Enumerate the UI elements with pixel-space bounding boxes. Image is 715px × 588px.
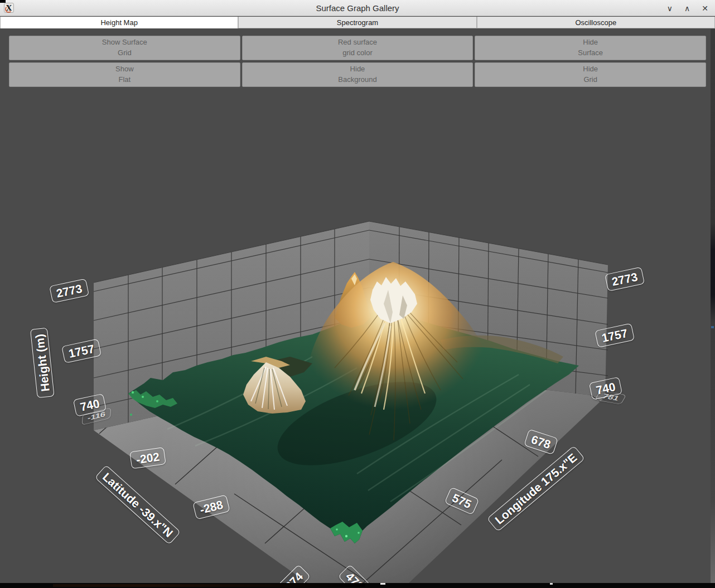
show-surface-grid-button[interactable]: Show Surface Grid	[9, 36, 240, 60]
screen-edge-strip	[711, 29, 715, 583]
bottom-screen-edge	[0, 583, 715, 588]
hide-surface-button[interactable]: Hide Surface	[475, 36, 706, 60]
edge-blue-mark	[711, 326, 714, 328]
window-corner-notch	[0, 0, 6, 3]
window-title: Surface Graph Gallery	[0, 3, 715, 13]
minimize-button[interactable]: ∨	[667, 4, 673, 12]
tab-spectrogram[interactable]: Spectrogram	[238, 17, 476, 28]
clipped-label-fragment	[380, 583, 385, 585]
app-window: -116 781 2773 1757 740 2773 1757 740 -20…	[0, 0, 715, 588]
toolbar: Show Surface Grid Red surface grid color…	[9, 36, 706, 87]
show-flat-button[interactable]: Show Flat	[9, 62, 240, 87]
hide-background-button[interactable]: Hide Background	[242, 62, 474, 87]
surface-plot-canvas	[0, 0, 715, 583]
close-button[interactable]: ✕	[702, 4, 708, 12]
clipped-label-fragment	[550, 583, 553, 585]
surface-3d-viewport[interactable]: -116 781 2773 1757 740 2773 1757 740 -20…	[0, 0, 715, 583]
tab-oscilloscope[interactable]: Oscilloscope	[477, 17, 715, 28]
hide-grid-button[interactable]: Hide Grid	[475, 62, 706, 87]
tab-height-map[interactable]: Height Map	[0, 17, 238, 28]
red-surface-grid-color-button[interactable]: Red surface grid color	[242, 36, 474, 60]
tab-bar: Height Map Spectrogram Oscilloscope	[0, 17, 715, 28]
bottom-edge-smear	[53, 584, 365, 587]
maximize-button[interactable]: ∧	[684, 4, 690, 12]
titlebar[interactable]: X Surface Graph Gallery ∨ ∧ ✕	[0, 0, 715, 16]
